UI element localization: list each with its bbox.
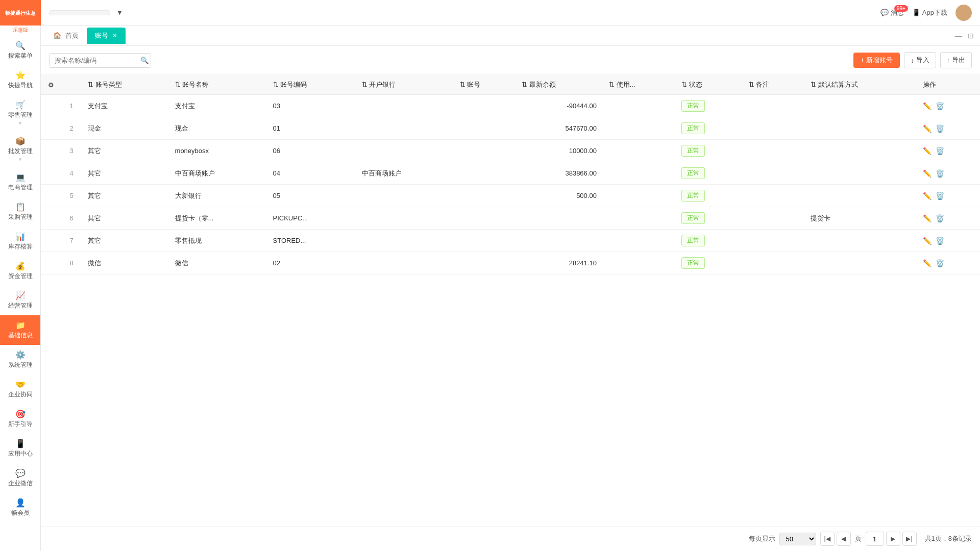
row-settings — [41, 252, 61, 274]
sidebar-item-system[interactable]: ⚙️ 系统管理 — [0, 345, 40, 374]
tab-close-icon[interactable]: ✕ — [112, 33, 117, 39]
window-minimize-button[interactable]: — — [953, 31, 964, 41]
page-last-button[interactable]: ▶| — [902, 532, 917, 546]
page-input[interactable] — [866, 532, 884, 546]
row-balance: 500.00 — [516, 185, 603, 207]
search-menu-icon: 🔍 — [15, 41, 26, 51]
delete-icon[interactable]: 🗑️ — [936, 124, 944, 133]
per-page-select[interactable]: 50 100 — [779, 533, 816, 545]
sidebar-item-label: 电商管理 — [8, 183, 33, 192]
sidebar-item-search-menu[interactable]: 🔍 搜索菜单 — [0, 36, 40, 65]
row-index: 1 — [61, 95, 82, 117]
edit-icon[interactable]: ✏️ — [923, 169, 932, 178]
sidebar-item-guide[interactable]: 🎯 新手引导 — [0, 404, 40, 434]
page-label: 页 — [853, 534, 864, 543]
row-settings — [41, 95, 61, 117]
row-name: 微信 — [169, 252, 267, 274]
export-button[interactable]: ↑ 导出 — [940, 52, 972, 68]
table-body: 1 支付宝 支付宝 03 -90444.00 正常 ✏️ 🗑️ 2 现金 — [41, 95, 980, 274]
user-avatar[interactable] — [955, 5, 972, 21]
guide-icon: 🎯 — [15, 409, 26, 419]
col-account[interactable]: ⇅ 账号 — [454, 75, 516, 95]
sidebar-item-label: 资金管理 — [8, 272, 33, 281]
sidebar-item-label: 基础信息 — [8, 331, 33, 340]
header-dropdown[interactable]: ▼ — [116, 9, 123, 16]
col-code[interactable]: ⇅ 账号编码 — [267, 75, 356, 95]
sidebar-item-quick-nav[interactable]: ⭐ 快捷导航 — [0, 65, 40, 95]
col-name[interactable]: ⇅ 账号名称 — [169, 75, 267, 95]
col-bank[interactable]: ⇅ 开户银行 — [356, 75, 454, 95]
tab-accounts[interactable]: 账号 ✕ — [87, 28, 126, 44]
delete-icon[interactable]: 🗑️ — [936, 192, 944, 200]
edit-icon[interactable]: ✏️ — [923, 124, 932, 133]
col-type[interactable]: ⇅ 账号类型 — [82, 75, 169, 95]
col-default-payment[interactable]: ⇅ 默认结算方式 — [804, 75, 916, 95]
row-name: 零售抵现 — [169, 230, 267, 252]
sidebar-item-label: 畅会员 — [11, 509, 30, 517]
sidebar-item-operation[interactable]: 📈 经营管理 — [0, 286, 40, 315]
edit-icon[interactable]: ✏️ — [923, 102, 932, 110]
edit-icon[interactable]: ✏️ — [923, 259, 932, 267]
row-status: 正常 — [675, 95, 743, 117]
col-settings[interactable]: ⚙ — [41, 75, 61, 95]
window-maximize-button[interactable]: ⊡ — [966, 31, 976, 41]
sidebar-item-wholesale[interactable]: 📦 批发管理 ▼ — [0, 131, 40, 167]
messages-badge: 99+ — [894, 5, 908, 12]
row-usage — [603, 117, 675, 140]
sidebar-item-purchase[interactable]: 📋 采购管理 — [0, 197, 40, 227]
page-prev-button[interactable]: ◀ — [837, 532, 851, 546]
row-usage — [603, 95, 675, 117]
messages-button[interactable]: 💬 消息 99+ — [880, 8, 904, 17]
status-badge: 正常 — [681, 167, 705, 179]
sidebar-item-basic-info[interactable]: 📁 基础信息 — [0, 315, 40, 345]
col-usage[interactable]: ⇅ 使用... — [603, 75, 675, 95]
row-settings — [41, 117, 61, 140]
delete-icon[interactable]: 🗑️ — [936, 102, 944, 110]
finance-icon: 💰 — [15, 261, 26, 271]
sidebar-item-retail[interactable]: 🛒 零售管理 ▼ — [0, 95, 40, 131]
import-button[interactable]: ↓ 导入 — [904, 52, 936, 68]
row-account — [454, 252, 516, 274]
col-status[interactable]: ⇅ 状态 — [675, 75, 743, 95]
delete-icon[interactable]: 🗑️ — [936, 259, 944, 267]
sidebar-item-ecommerce[interactable]: 💻 电商管理 — [0, 167, 40, 197]
row-bank — [356, 95, 454, 117]
tab-home[interactable]: 🏠 首页 — [45, 28, 87, 44]
row-usage — [603, 230, 675, 252]
sidebar-item-enterprise-agreement[interactable]: 🤝 企业协同 — [0, 374, 40, 404]
delete-icon[interactable]: 🗑️ — [936, 214, 944, 222]
table-search-input[interactable] — [50, 54, 136, 67]
sidebar-item-app-center[interactable]: 📱 应用中心 — [0, 434, 40, 463]
row-default-payment — [804, 252, 916, 274]
edit-icon[interactable]: ✏️ — [923, 192, 932, 200]
sidebar-item-inventory[interactable]: 📊 库存核算 — [0, 227, 40, 256]
sidebar-item-enterprise-wechat[interactable]: 💬 企业微信 — [0, 463, 40, 493]
row-code: 05 — [267, 185, 356, 207]
sidebar-item-label: 零售管理 — [8, 111, 33, 119]
col-remark[interactable]: ⇅ 备注 — [743, 75, 805, 95]
delete-icon[interactable]: 🗑️ — [936, 147, 944, 155]
edit-icon[interactable]: ✏️ — [923, 237, 932, 245]
sidebar-item-finance[interactable]: 💰 资金管理 — [0, 256, 40, 286]
sidebar-item-label: 搜索菜单 — [8, 52, 33, 60]
page-next-button[interactable]: ▶ — [886, 532, 900, 546]
row-bank: 中百商场账户 — [356, 162, 454, 185]
edit-icon[interactable]: ✏️ — [923, 214, 932, 222]
table-search-button[interactable]: 🔍 — [136, 57, 151, 64]
retail-icon: 🛒 — [15, 100, 26, 110]
sidebar-item-member[interactable]: 👤 畅会员 — [0, 493, 40, 522]
top-header: ▼ 💬 消息 99+ 📱 App下载 — [41, 0, 980, 26]
delete-icon[interactable]: 🗑️ — [936, 169, 944, 178]
row-code: 06 — [267, 140, 356, 162]
sidebar-item-label: 采购管理 — [8, 213, 33, 221]
row-index: 6 — [61, 207, 82, 230]
app-download-button[interactable]: 📱 App下载 — [912, 8, 947, 17]
row-account — [454, 117, 516, 140]
add-account-button[interactable]: + 新增账号 — [853, 53, 900, 68]
header-search[interactable] — [49, 10, 110, 15]
page-first-button[interactable]: |◀ — [820, 532, 835, 546]
delete-icon[interactable]: 🗑️ — [936, 237, 944, 245]
edit-icon[interactable]: ✏️ — [923, 147, 932, 155]
col-balance[interactable]: ⇅ 最新余额 — [516, 75, 603, 95]
status-badge: 正常 — [681, 190, 705, 202]
